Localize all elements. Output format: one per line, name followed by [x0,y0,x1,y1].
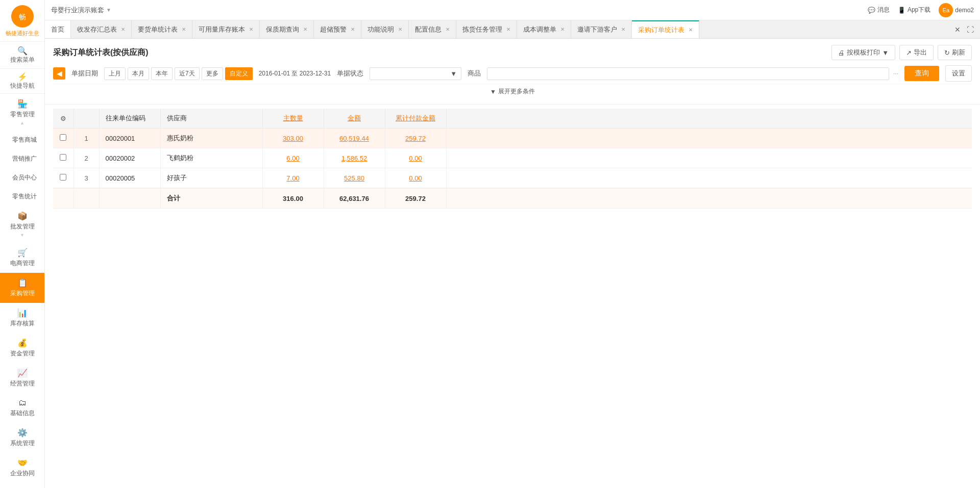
tab-close-icon[interactable]: ✕ [249,27,253,32]
settings-btn[interactable]: 设置 [945,65,972,82]
row-supplier: 飞鹤奶粉 [160,148,262,168]
row-paid[interactable]: 0.00 [385,148,446,168]
col-num-header [74,109,99,129]
tab-available-stock[interactable]: 可用量库存账本 ✕ [192,20,260,39]
tab-order-summary[interactable]: 要货单统计表 ✕ [132,20,192,39]
footer-paid: 259.72 [385,188,446,209]
row-amount[interactable]: 60,519.44 [324,129,385,148]
tab-expand-btn[interactable]: ⛶ [965,24,976,35]
row-amount[interactable]: 525.80 [324,168,385,189]
message-icon: 💬 [868,7,875,14]
date-this-month-btn[interactable]: 本月 [128,67,149,80]
tab-purchase-summary[interactable]: 采购订单统计表 ✕ [632,20,699,39]
message-btn[interactable]: 💬 消息 [868,6,890,14]
row-amount[interactable]: 1,586.52 [324,148,385,168]
row-qty[interactable]: 7.00 [262,168,324,189]
table-row: 2 00020002 飞鹤奶粉 6.00 1,586.52 0.00 [53,148,972,168]
col-qty-header[interactable]: 主数量 [262,109,324,129]
tab-close-icon[interactable]: ✕ [398,27,402,32]
sidebar: 畅 畅捷通好生意 🔍 搜索菜单 ⚡ 快捷导航 🏪 零售管理 ▲ 零售商城 营销推… [0,0,45,488]
tab-receive-summary[interactable]: 收发存汇总表 ✕ [71,20,132,39]
tab-close-icon[interactable]: ✕ [182,27,186,32]
col-code-header[interactable]: 往来单位编码 [99,109,160,129]
date-last-month-btn[interactable]: 上月 [104,67,126,80]
tab-close-icon[interactable]: ✕ [689,27,693,33]
sidebar-item-marketing[interactable]: 营销推广 [0,149,44,168]
export-btn[interactable]: ↗ 导出 [899,45,934,60]
goods-label: 商品 [468,69,481,78]
date-7days-btn[interactable]: 近7天 [175,67,200,80]
tab-close-icon[interactable]: ✕ [446,27,450,32]
footer-label: 合计 [160,188,262,209]
col-checkbox-header[interactable]: ⚙ [53,109,74,129]
top-bar: 母婴行业演示账套 ▼ 💬 消息 📱 App下载 Ea demo2 [45,0,980,20]
tab-bar-actions: ✕ ⛶ [948,24,980,35]
sidebar-item-retail[interactable]: 🏪 零售管理 ▲ [0,94,44,131]
query-btn[interactable]: 查询 [904,66,939,81]
row-checkbox[interactable] [53,148,74,168]
sidebar-item-system[interactable]: ⚙️ 系统管理 [0,423,44,453]
tab-overstock[interactable]: 超储预警 ✕ [314,20,361,39]
filter-toggle-btn[interactable]: ◀ [53,67,65,80]
row-num: 1 [74,129,99,148]
sidebar-item-retail-stat[interactable]: 零售统计 [0,187,44,206]
tab-function-desc[interactable]: 功能说明 ✕ [361,20,409,39]
tab-close-icon[interactable]: ✕ [506,27,510,32]
sidebar-item-ecommerce[interactable]: 🛒 电商管理 [0,243,44,273]
app-download-btn[interactable]: 📱 App下载 [898,6,930,14]
row-qty[interactable]: 303.00 [262,129,324,148]
row-checkbox[interactable] [53,129,74,148]
sidebar-item-wholesale[interactable]: 📦 批发管理 ▼ [0,206,44,243]
search-menu[interactable]: 🔍 搜索菜单 [0,42,44,69]
sidebar-item-inventory[interactable]: 📊 库存核算 [0,303,44,333]
breadcrumb-arrow-icon: ▼ [106,7,111,13]
more-filter-btn[interactable]: ··· [893,70,898,77]
table-row: 1 00020001 惠氏奶粉 303.00 60,519.44 259.72 [53,129,972,148]
sidebar-item-finance[interactable]: 💰 资金管理 [0,333,44,363]
main-area: 母婴行业演示账套 ▼ 💬 消息 📱 App下载 Ea demo2 首页 [45,0,980,488]
sidebar-item-member[interactable]: 会员中心 [0,168,44,187]
row-supplier: 好孩子 [160,168,262,189]
tab-home[interactable]: 首页 [45,20,71,39]
sidebar-item-guide[interactable]: 📖 新手引导 [0,483,44,488]
col-supplier-header[interactable]: 供应商 [160,109,262,129]
date-label: 单据日期 [71,69,98,78]
tab-close-icon[interactable]: ✕ [351,27,355,32]
goods-input[interactable] [487,67,889,80]
sidebar-item-purchase[interactable]: 📋 采购管理 [0,273,44,303]
row-paid[interactable]: 259.72 [385,129,446,148]
breadcrumb[interactable]: 母婴行业演示账套 ▼ [51,6,111,15]
tab-warranty[interactable]: 保质期查询 ✕ [260,20,314,39]
tab-pick-task[interactable]: 拣货任务管理 ✕ [456,20,517,39]
sidebar-item-enterprise[interactable]: 🤝 企业协同 [0,453,44,483]
tab-close-icon[interactable]: ✕ [303,27,307,32]
col-amount-header[interactable]: 金额 [324,109,385,129]
col-paid-header[interactable]: 累计付款金额 [385,109,446,129]
page-content: 采购订单统计表(按供应商) 🖨 按模板打印 ▼ ↗ 导出 ↻ 刷新 [45,39,980,488]
tab-cost-adjust[interactable]: 成本调整单 ✕ [517,20,571,39]
user-profile[interactable]: Ea demo2 [939,3,974,17]
date-more-btn[interactable]: 更多 [202,67,223,80]
date-custom-btn[interactable]: 自定义 [225,67,253,80]
sidebar-item-retail-mall[interactable]: 零售商城 [0,131,44,149]
tab-close-icon[interactable]: ✕ [560,27,565,32]
row-qty[interactable]: 6.00 [262,148,324,168]
quick-nav[interactable]: ⚡ 快捷导航 [0,69,44,94]
row-paid[interactable]: 0.00 [385,168,446,189]
refresh-btn[interactable]: ↻ 刷新 [938,45,972,60]
status-dropdown-icon: ▼ [450,70,457,78]
print-btn[interactable]: 🖨 按模板打印 ▼ [831,45,895,60]
status-select[interactable]: ▼ [370,67,461,80]
expand-more-btn[interactable]: ▼ 展开更多条件 [53,84,972,99]
tab-close-all-btn[interactable]: ✕ [952,24,963,35]
sidebar-item-basic[interactable]: 🗂 基础信息 [0,393,44,423]
tab-close-icon[interactable]: ✕ [121,27,125,32]
tab-invite-downstream[interactable]: 邀请下游客户 ✕ [571,20,632,39]
print-dropdown-icon: ▼ [882,49,889,57]
table-row: 3 00020005 好孩子 7.00 525.80 0.00 [53,168,972,189]
sidebar-item-operation[interactable]: 📈 经营管理 [0,363,44,393]
tab-close-icon[interactable]: ✕ [621,27,625,32]
tab-config[interactable]: 配置信息 ✕ [409,20,456,39]
row-checkbox[interactable] [53,168,74,189]
date-this-year-btn[interactable]: 本年 [151,67,173,80]
